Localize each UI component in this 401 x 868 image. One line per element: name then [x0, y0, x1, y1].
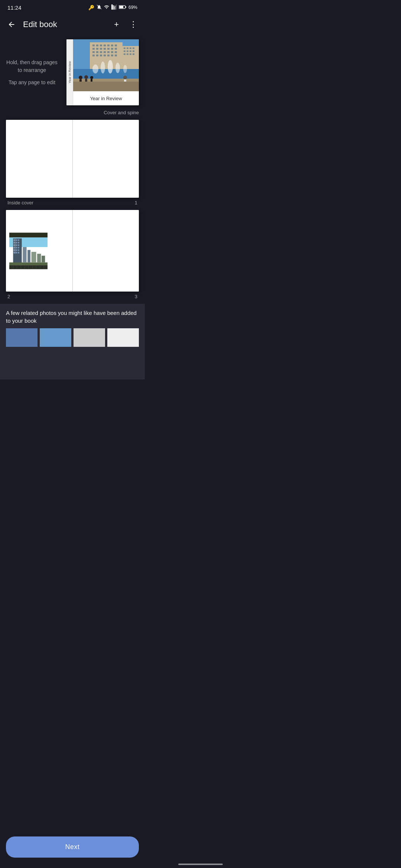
svg-rect-26 — [100, 51, 102, 53]
svg-rect-23 — [115, 48, 117, 50]
svg-rect-45 — [130, 50, 131, 52]
svg-rect-72 — [18, 239, 19, 241]
inside-cover-label: Inside cover — [7, 200, 33, 206]
svg-rect-19 — [100, 48, 102, 50]
svg-rect-91 — [31, 252, 36, 262]
thumb-1 — [6, 328, 38, 347]
svg-point-53 — [101, 62, 105, 73]
svg-rect-2 — [113, 5, 114, 10]
svg-rect-48 — [127, 53, 128, 55]
notification-thumbnails — [6, 328, 139, 347]
cover-photo-svg — [73, 39, 139, 91]
svg-rect-20 — [104, 48, 106, 50]
app-bar-left: Edit book — [6, 19, 57, 30]
svg-rect-14 — [107, 45, 110, 46]
inside-cover-card[interactable] — [6, 120, 139, 198]
svg-point-54 — [108, 60, 113, 73]
app-bar-right: + ⋮ — [113, 18, 139, 31]
svg-rect-36 — [111, 55, 113, 56]
svg-rect-13 — [104, 45, 106, 46]
svg-rect-32 — [96, 55, 98, 56]
page-1[interactable] — [73, 120, 139, 198]
page-2[interactable] — [6, 210, 72, 292]
svg-point-58 — [79, 76, 82, 79]
cover-hint: Hold, then drag pages to rearrange Tap a… — [6, 59, 58, 86]
app-bar: Edit book + ⋮ — [0, 13, 145, 36]
book-spine: Year in Review — [66, 39, 73, 105]
book-cover-right: Year in Review — [73, 39, 139, 105]
status-bar: 11:24 🔑 — [0, 0, 145, 13]
svg-rect-46 — [133, 50, 134, 52]
wifi-icon — [104, 4, 109, 11]
svg-point-60 — [84, 75, 88, 79]
svg-point-55 — [115, 63, 120, 73]
cover-book[interactable]: Year in Review — [62, 39, 139, 105]
svg-rect-12 — [100, 45, 102, 46]
svg-rect-18 — [96, 48, 98, 50]
svg-rect-6 — [125, 6, 126, 7]
svg-rect-37 — [115, 55, 117, 56]
cover-title-text: Year in Review — [90, 96, 122, 101]
hint-tap: Tap any page to edit — [6, 79, 58, 86]
cover-section: Hold, then drag pages to rearrange Tap a… — [6, 39, 139, 105]
svg-point-56 — [123, 65, 127, 73]
page-2-3-spread[interactable]: 2 3 — [6, 210, 139, 304]
bell-mute-icon — [97, 4, 102, 11]
svg-rect-28 — [107, 51, 110, 53]
svg-rect-94 — [14, 238, 16, 253]
cover-and-spine-label: Cover and spine — [6, 108, 139, 120]
more-button[interactable]: ⋮ — [128, 18, 139, 31]
svg-rect-33 — [100, 55, 102, 56]
thumb-2 — [40, 328, 71, 347]
svg-rect-40 — [127, 47, 128, 49]
notification-text: A few related photos you might like have… — [6, 309, 139, 325]
svg-rect-49 — [130, 53, 131, 55]
inside-cover-spread[interactable]: Inside cover 1 — [6, 120, 139, 210]
svg-rect-89 — [23, 247, 26, 262]
svg-rect-90 — [27, 250, 30, 262]
page-1-label: 1 — [135, 200, 137, 206]
svg-rect-93 — [42, 256, 45, 262]
key-icon: 🔑 — [88, 5, 94, 10]
svg-rect-51 — [73, 69, 139, 80]
svg-rect-92 — [37, 254, 41, 262]
page-3-label: 3 — [135, 294, 137, 299]
svg-rect-30 — [115, 51, 117, 53]
page-2-photo-svg — [9, 217, 48, 285]
svg-rect-35 — [107, 55, 110, 56]
spread-labels-1: Inside cover 1 — [6, 198, 139, 210]
svg-rect-22 — [111, 48, 113, 50]
svg-rect-7 — [119, 6, 123, 8]
svg-rect-17 — [92, 48, 95, 50]
svg-point-64 — [123, 76, 127, 79]
page-3[interactable] — [73, 210, 139, 292]
svg-rect-47 — [124, 53, 125, 55]
svg-rect-15 — [111, 45, 113, 46]
svg-rect-50 — [133, 53, 134, 55]
spread-labels-2: 2 3 — [6, 292, 139, 304]
svg-rect-66 — [73, 82, 139, 91]
battery-percent: 69% — [128, 5, 137, 10]
svg-rect-42 — [133, 47, 134, 49]
status-time: 11:24 — [7, 4, 22, 11]
inside-cover-page[interactable] — [6, 120, 72, 198]
status-icons: 🔑 — [88, 4, 137, 11]
svg-rect-21 — [107, 48, 110, 50]
signal-icon — [111, 4, 117, 11]
svg-rect-81 — [18, 247, 19, 248]
svg-rect-34 — [104, 55, 106, 56]
main-content: Hold, then drag pages to rearrange Tap a… — [0, 36, 145, 383]
svg-rect-10 — [92, 45, 95, 46]
svg-rect-3 — [114, 6, 115, 9]
page-2-3-card[interactable] — [6, 210, 139, 292]
svg-rect-44 — [127, 50, 128, 52]
book-cover-card[interactable]: Year in Review — [66, 39, 139, 105]
svg-rect-29 — [111, 51, 113, 53]
thumb-3 — [74, 328, 105, 347]
svg-rect-87 — [18, 252, 19, 253]
back-button[interactable] — [6, 19, 17, 30]
bottom-notification: A few related photos you might like have… — [0, 304, 145, 379]
svg-rect-16 — [115, 45, 117, 46]
add-button[interactable]: + — [113, 18, 120, 31]
svg-rect-24 — [92, 51, 95, 53]
